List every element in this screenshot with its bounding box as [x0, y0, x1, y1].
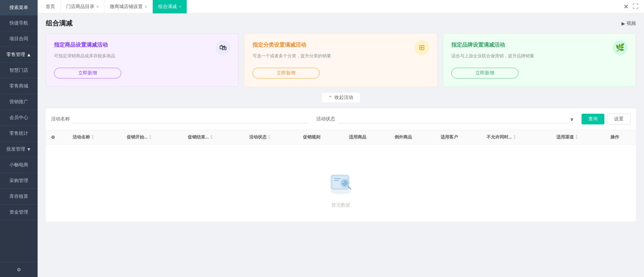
sidebar-item-finance[interactable]: 资金管理 [0, 205, 38, 220]
th-operations: 操作 [608, 130, 636, 145]
sidebar-item-inventory[interactable]: 库存核算 [0, 189, 38, 205]
tab-actions: ✕ ⛶ [624, 3, 641, 10]
card-category-desc: 可选一个或者多个分类，提升分类的销量 [252, 53, 429, 59]
filter-status-label: 活动状态 [316, 116, 335, 122]
sidebar-item-quick-nav[interactable]: 快捷导航 [0, 15, 38, 31]
filter-name-item: 活动名称 [51, 115, 308, 123]
sort-arrows-status: ▲▼ [268, 134, 271, 140]
sidebar-item-smart-store[interactable]: 智慧门店 [0, 63, 38, 78]
card-category-add-btn[interactable]: 立即新增 [252, 68, 320, 78]
content-area: 组合满减 ▶ 视频 指定商品设置满减活动 🛍 可指定滞销商品或库存较多商品 立即… [38, 13, 644, 277]
svg-rect-7 [334, 180, 339, 181]
settings-btn[interactable]: 设置 [607, 114, 631, 124]
th-promo-rule: 促销规则 [300, 130, 346, 145]
sidebar-item-retail-mall[interactable]: 零售商城 [0, 78, 38, 94]
tab-bar: 首页 门店商品目录 × 微商城店铺设置 × 组合满减 × ✕ ⛶ [38, 0, 644, 13]
svg-point-4 [342, 180, 348, 186]
card-brand-title: 指定品牌设置满减活动 [451, 42, 628, 49]
card-product-discount: 指定商品设置满减活动 🛍 可指定滞销商品或库存较多商品 立即新增 [46, 33, 239, 87]
sidebar-item-wholesale-mgmt[interactable]: 批发管理 ▼ [0, 142, 38, 157]
chevron-down-icon: ∨ [570, 116, 573, 122]
sidebar: 搜索菜单 快捷导航 项目合同 零售管理 ▲ 智慧门店 零售商城 营销推广 会员中… [0, 0, 38, 277]
card-product-title: 指定商品设置满减活动 [54, 42, 230, 49]
card-product-add-btn[interactable]: 立即新增 [54, 68, 121, 78]
tab-home[interactable]: 首页 [40, 0, 61, 13]
th-settings[interactable]: ⚙ [46, 130, 70, 145]
card-brand-desc: 适合与上游企业联合做营销，提升品牌销量 [451, 53, 628, 59]
th-activity-name[interactable]: 活动名称 ▲▼ [70, 130, 124, 145]
card-category-title: 指定分类设置满减活动 [252, 42, 429, 49]
sort-arrows-end: ▲▼ [210, 134, 213, 140]
card-brand-icon: 🌿 [613, 40, 628, 55]
sort-arrows-start: ▲▼ [149, 134, 152, 140]
svg-rect-6 [334, 178, 341, 179]
tab-combo-discount[interactable]: 组合满减 × [153, 0, 187, 13]
th-applicable-channel[interactable]: 适用渠道 ▲▼ [554, 130, 608, 145]
settings-icon: ⚙ [51, 135, 55, 140]
sidebar-item-marketing[interactable]: 营销推广 [0, 94, 38, 110]
tab-store-catalog-close[interactable]: × [96, 4, 99, 9]
filter-row: 活动名称 活动状态 ∨ 查询 设置 [46, 108, 636, 130]
sort-arrows-name: ▲▼ [91, 134, 94, 140]
tab-wechat-store-settings[interactable]: 微商城店铺设置 × [104, 0, 153, 13]
collapse-bar: ⌃ 收起活动 [46, 92, 636, 103]
query-btn[interactable]: 查询 [582, 114, 604, 124]
th-applicable-products: 适用商品 [346, 130, 392, 145]
page-title-row: 组合满减 ▶ 视频 [46, 19, 636, 28]
empty-state: 暂无数据 [46, 145, 636, 222]
card-brand-discount: 指定品牌设置满减活动 🌿 适合与上游企业联合做营销，提升品牌销量 立即新增 [443, 33, 636, 87]
sidebar-item-xiaochang-ecom[interactable]: 小畅电商 [0, 157, 38, 173]
th-promo-start[interactable]: 促销开始... ▲▼ [124, 130, 185, 145]
collapse-icon: ⌃ [328, 95, 332, 100]
activity-cards: 指定商品设置满减活动 🛍 可指定滞销商品或库存较多商品 立即新增 指定分类设置满… [46, 33, 636, 87]
table-wrapper: ⚙ 活动名称 ▲▼ 促销开始... ▲▼ [46, 130, 636, 222]
sidebar-search[interactable]: 搜索菜单 [0, 0, 38, 15]
sort-arrows-channel: ▲▼ [575, 134, 578, 140]
sort-arrows-concurrent: ▲▼ [513, 134, 516, 140]
th-promo-end[interactable]: 促销结束... ▲▼ [185, 130, 246, 145]
card-brand-add-btn[interactable]: 立即新增 [451, 68, 518, 78]
settings-icon[interactable]: ⚙ [0, 262, 38, 277]
card-category-icon: ⊞ [414, 40, 429, 55]
tab-combo-discount-close[interactable]: × [179, 4, 181, 9]
th-no-concurrent[interactable]: 不允许同时... ▲▼ [484, 130, 554, 145]
sidebar-item-retail-mgmt[interactable]: 零售管理 ▲ [0, 47, 38, 63]
play-icon: ▶ [622, 21, 625, 26]
chevron-up-icon: ▲ [27, 52, 31, 57]
card-product-icon: 🛍 [216, 40, 230, 55]
main-area: 首页 门店商品目录 × 微商城店铺设置 × 组合满减 × ✕ ⛶ 组合满减 ▶ … [38, 0, 644, 277]
collapse-activities-btn[interactable]: ⌃ 收起活动 [321, 92, 360, 103]
svg-point-8 [343, 181, 344, 183]
activities-table: ⚙ 活动名称 ▲▼ 促销开始... ▲▼ [46, 130, 636, 222]
sidebar-item-retail-stats[interactable]: 零售统计 [0, 126, 38, 142]
filter-actions: 查询 设置 [582, 114, 631, 124]
card-category-discount: 指定分类设置满减活动 ⊞ 可选一个或者多个分类，提升分类的销量 立即新增 [244, 33, 437, 87]
page-title: 组合满减 [46, 19, 73, 28]
tab-store-catalog[interactable]: 门店商品目录 × [61, 0, 104, 13]
filter-status-select[interactable]: ∨ [338, 115, 573, 123]
chevron-down-icon: ▼ [27, 147, 31, 152]
sidebar-item-project-contract[interactable]: 项目合同 [0, 31, 38, 47]
card-product-desc: 可指定滞销商品或库存较多商品 [54, 53, 230, 59]
filter-name-label: 活动名称 [51, 116, 70, 122]
empty-illustration [324, 165, 358, 198]
video-link[interactable]: ▶ 视频 [622, 20, 636, 26]
th-applicable-customers: 适用客户 [438, 130, 484, 145]
th-activity-status[interactable]: 活动状态 ▲▼ [246, 130, 301, 145]
window-close-btn[interactable]: ✕ [624, 3, 629, 10]
sidebar-item-purchase-mgmt[interactable]: 采购管理 [0, 173, 38, 189]
th-exception-products: 例外商品 [392, 130, 438, 145]
window-resize-btn[interactable]: ⛶ [633, 3, 639, 10]
filter-name-input[interactable] [73, 115, 308, 123]
empty-text: 暂无数据 [331, 202, 350, 208]
sidebar-item-member-center[interactable]: 会员中心 [0, 110, 38, 126]
filter-status-item: 活动状态 ∨ [316, 115, 573, 123]
tab-wechat-store-close[interactable]: × [145, 4, 147, 9]
